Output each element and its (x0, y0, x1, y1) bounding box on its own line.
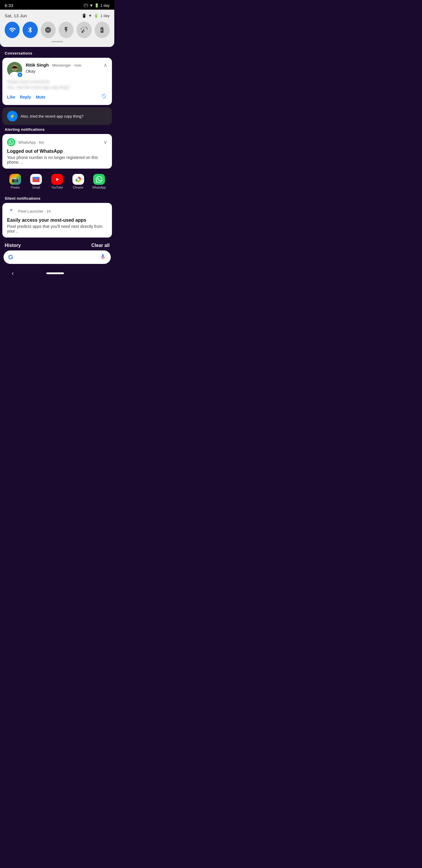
google-mic-icon[interactable] (100, 253, 106, 261)
peek-messenger-icon: ⚡ (7, 111, 18, 121)
qs-status-right: 📳 ▼ 🔋 1 day (82, 13, 109, 18)
pixel-launcher-notification-card: Pixel Launcher · 1h Easily access your m… (2, 203, 112, 238)
navigation-bar: ‹ (0, 266, 114, 281)
pixel-body: Pixel predicts apps that you'll need nex… (7, 224, 107, 234)
silent-label: Silent notifications (0, 192, 114, 203)
gmail-label: Gmail (32, 186, 40, 189)
svg-point-9 (12, 209, 13, 210)
qs-vibrate-icon: 📳 (82, 13, 87, 18)
notif-actions: Like Reply Mute (7, 93, 107, 101)
svg-point-10 (9, 213, 10, 213)
dnd-toggle[interactable] (41, 22, 56, 38)
flashlight-toggle[interactable] (59, 22, 73, 38)
notif-sender-line: Ritik Singh · Messenger · now (26, 62, 81, 68)
chrome-icon (72, 174, 84, 185)
avatar-wrap: ⚡ (7, 62, 22, 77)
wifi-toggle[interactable] (5, 22, 20, 38)
mute-button[interactable]: Mute (36, 94, 50, 101)
notif-sender: Ritik Singh (26, 62, 48, 67)
pixel-launcher-header: Pixel Launcher · 1h (7, 207, 107, 215)
youtube-icon (51, 174, 63, 185)
status-bar: 6:33 📳 ▼ 🔋 1 day (0, 0, 114, 10)
whatsapp-app-info: WhatsApp · 6m (18, 140, 100, 145)
battery-saver-toggle[interactable] (95, 22, 109, 38)
reply-button[interactable]: Reply (20, 94, 36, 101)
rotate-toggle[interactable] (76, 22, 91, 38)
qs-battery-icon: 🔋 (94, 13, 98, 18)
notif-blurred-line2: Also, tried the recent app copy thing? (7, 85, 107, 89)
gmail-icon (30, 174, 42, 185)
battery-icon: 🔋 (94, 3, 99, 8)
whatsapp-expand-chevron[interactable]: ∨ (103, 139, 107, 146)
wifi-status-icon: ▼ (89, 3, 93, 8)
history-label: History (5, 243, 21, 248)
qs-wifi-icon: ▼ (88, 13, 92, 18)
notif-title-row: Ritik Singh · Messenger · now ∧ (26, 62, 107, 68)
app-icon-youtube: YouTube (50, 174, 65, 189)
photos-icon: 📷 (9, 174, 21, 185)
svg-point-8 (77, 178, 79, 181)
back-button[interactable]: ‹ (12, 270, 14, 277)
vibrate-icon: 📳 (84, 3, 88, 8)
qs-battery-label: 1 day (100, 13, 109, 18)
messenger-badge-icon: ⚡ (18, 73, 22, 76)
whatsapp-title: Logged out of WhatsApp (7, 149, 107, 154)
whatsapp-grid-icon (93, 174, 105, 185)
notif-meta: Ritik Singh · Messenger · now ∧ Okay (26, 62, 107, 73)
notif-preview: Okay (26, 69, 107, 73)
pixel-launcher-icon (7, 207, 15, 215)
notif-blurred-line1: Please send screenshots (7, 80, 107, 84)
app-grid-peek: 📷 Photos Gmail YouTube Chrome (0, 171, 114, 192)
app-icon-whatsapp: WhatsApp (91, 174, 107, 189)
conversations-label: Conversations (0, 47, 114, 58)
collapse-chevron[interactable]: ∧ (103, 62, 107, 68)
messenger-badge: ⚡ (17, 72, 23, 78)
whatsapp-app-icon (7, 138, 15, 146)
qs-toggles (5, 22, 109, 38)
qs-drag-handle[interactable] (51, 41, 63, 42)
peek-text: Also, tried the recent app copy thing? (21, 114, 84, 119)
messenger-bg-peek: ⚡ Also, tried the recent app copy thing? (2, 107, 112, 125)
photos-label: Photos (10, 186, 20, 189)
bottom-section: History Clear all (0, 240, 114, 250)
notif-app-time: · Messenger · now (50, 63, 81, 67)
chrome-label: Chrome (73, 186, 84, 189)
google-search-bar[interactable]: G (3, 250, 111, 264)
app-icon-photos: 📷 Photos (8, 174, 23, 189)
clear-all-button[interactable]: Clear all (91, 243, 109, 248)
battery-time: 1 day (100, 3, 109, 8)
pixel-title: Easily access your most-used apps (7, 218, 107, 223)
messenger-notif-header: ⚡ Ritik Singh · Messenger · now ∧ Okay (7, 62, 107, 77)
app-icon-chrome: Chrome (71, 174, 86, 189)
pixel-app-info: Pixel Launcher · 1h (18, 209, 107, 214)
whatsapp-grid-label: WhatsApp (92, 186, 106, 189)
whatsapp-header: WhatsApp · 6m ∨ (7, 138, 107, 146)
google-logo: G (8, 253, 13, 261)
like-button[interactable]: Like (7, 94, 20, 101)
youtube-label: YouTube (51, 186, 63, 189)
qs-header: Sat, 13 Jun 📳 ▼ 🔋 1 day (5, 13, 109, 18)
home-indicator[interactable] (46, 272, 64, 274)
qs-date: Sat, 13 Jun (5, 13, 27, 18)
whatsapp-body: Your phone number is no longer registere… (7, 155, 107, 164)
status-icons: 📳 ▼ 🔋 1 day (84, 3, 109, 8)
messenger-notification-card: ⚡ Ritik Singh · Messenger · now ∧ Okay P… (2, 58, 112, 105)
app-icon-gmail: Gmail (28, 174, 44, 189)
bluetooth-toggle[interactable] (23, 22, 37, 38)
sync-disabled-icon (101, 93, 107, 101)
whatsapp-notification-card: WhatsApp · 6m ∨ Logged out of WhatsApp Y… (2, 134, 112, 168)
status-time: 6:33 (5, 3, 13, 8)
quick-settings-panel: Sat, 13 Jun 📳 ▼ 🔋 1 day (0, 10, 114, 47)
